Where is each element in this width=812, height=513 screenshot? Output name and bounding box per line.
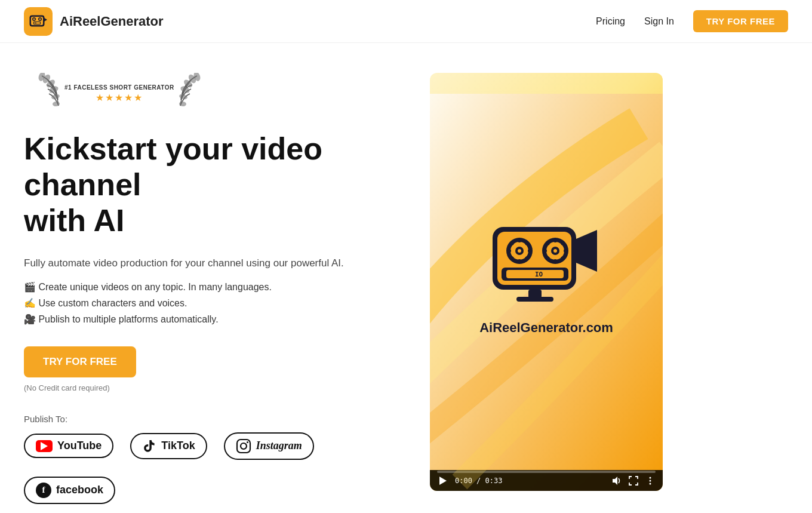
- more-options-button[interactable]: [645, 475, 656, 486]
- platform-logos: YouTube TikTok Instagram: [24, 432, 394, 504]
- feature-item: ✍️ Use custom characters and voices.: [24, 297, 394, 309]
- svg-point-38: [525, 242, 528, 245]
- controls-right: [611, 475, 656, 486]
- instagram-icon: [236, 438, 251, 454]
- svg-marker-60: [613, 477, 617, 485]
- hero-description: Fully automate video production for your…: [24, 255, 394, 271]
- hero-left: #1 FACELESS SHORT GENERATOR ★★★★★ Kickst…: [24, 73, 394, 513]
- svg-point-33: [518, 239, 521, 242]
- feature-list: 🎬 Create unique videos on any topic. In …: [24, 281, 394, 325]
- facebook-icon: f: [36, 483, 51, 498]
- instagram-platform: Instagram: [224, 432, 314, 460]
- volume-icon: [611, 475, 622, 486]
- svg-point-36: [528, 249, 531, 253]
- controls-left: 0:00 / 0:33: [437, 475, 502, 486]
- hero-right: IO AiReelGenerator.com: [430, 73, 663, 491]
- svg-rect-10: [35, 23, 36, 23]
- svg-point-51: [547, 257, 550, 260]
- svg-point-63: [650, 483, 651, 485]
- svg-rect-57: [528, 290, 542, 298]
- award-center: #1 FACELESS SHORT GENERATOR ★★★★★: [60, 84, 179, 103]
- svg-point-16: [53, 101, 60, 106]
- video-inner-content: IO AiReelGenerator.com: [430, 73, 663, 466]
- try-for-free-button-header[interactable]: TRY FOR FREE: [693, 10, 788, 32]
- facebook-platform: f facebook: [24, 477, 115, 504]
- svg-point-34: [518, 259, 521, 263]
- volume-button[interactable]: [611, 475, 622, 486]
- svg-point-44: [553, 249, 557, 253]
- tiktok-icon: [142, 439, 156, 453]
- svg-text:IO: IO: [535, 271, 543, 278]
- progress-bar[interactable]: [437, 471, 656, 473]
- svg-point-15: [51, 93, 60, 100]
- svg-marker-56: [576, 230, 597, 272]
- time-display: 0:00 / 0:33: [455, 477, 502, 485]
- video-controls: 0:00 / 0:33: [430, 466, 663, 491]
- fullscreen-icon: [628, 475, 639, 486]
- logo-area[interactable]: AiReelGenerator: [24, 7, 164, 36]
- svg-point-49: [547, 242, 550, 245]
- feature-item: 🎥 Publish to multiple platforms automati…: [24, 314, 394, 325]
- controls-row: 0:00 / 0:33: [437, 475, 656, 486]
- svg-point-6: [39, 18, 41, 20]
- award-stars: ★★★★★: [64, 92, 174, 103]
- hero-heading: Kickstart your video channel with AI: [24, 131, 394, 238]
- award-title: #1 FACELESS SHORT GENERATOR: [64, 84, 174, 91]
- svg-point-32: [518, 249, 521, 253]
- svg-marker-59: [439, 477, 447, 485]
- svg-point-40: [525, 257, 528, 260]
- svg-point-62: [650, 480, 651, 482]
- laurel-left-icon: [24, 73, 60, 115]
- svg-point-46: [553, 259, 557, 263]
- camera-logo: IO: [481, 203, 612, 311]
- logo-icon: [24, 7, 53, 36]
- fullscreen-button[interactable]: [628, 475, 639, 486]
- publish-section: Publish To: YouTube TikTok: [24, 414, 394, 504]
- svg-point-25: [247, 441, 248, 443]
- svg-point-48: [564, 249, 567, 253]
- play-icon: [437, 475, 448, 486]
- svg-point-5: [33, 18, 35, 20]
- tiktok-label: TikTok: [161, 440, 195, 452]
- laurel-right-icon: [179, 73, 215, 115]
- svg-point-24: [241, 443, 247, 449]
- instagram-label: Instagram: [256, 440, 302, 452]
- svg-rect-23: [237, 440, 250, 453]
- nav: Pricing Sign In TRY FOR FREE: [596, 10, 788, 32]
- youtube-icon: [36, 440, 53, 452]
- svg-point-37: [511, 242, 514, 245]
- svg-point-21: [179, 93, 188, 100]
- feature-item: 🎬 Create unique videos on any topic. In …: [24, 281, 394, 293]
- hero-section: #1 FACELESS SHORT GENERATOR ★★★★★ Kickst…: [0, 43, 812, 513]
- header: AiReelGenerator Pricing Sign In TRY FOR …: [0, 0, 812, 43]
- logo-text: AiReelGenerator: [60, 14, 164, 29]
- svg-point-61: [650, 477, 651, 479]
- award-badge: #1 FACELESS SHORT GENERATOR ★★★★★: [24, 73, 394, 115]
- no-credit-card-text: (No Credit card required): [24, 383, 394, 392]
- svg-point-47: [543, 249, 547, 253]
- svg-point-45: [553, 239, 557, 242]
- svg-point-39: [511, 257, 514, 260]
- try-for-free-button-main[interactable]: TRY FOR FREE: [24, 346, 136, 377]
- svg-rect-58: [516, 297, 553, 302]
- svg-point-35: [508, 249, 511, 253]
- site-name: AiReelGenerator.com: [479, 320, 613, 336]
- pricing-link[interactable]: Pricing: [596, 16, 625, 27]
- more-icon: [645, 475, 656, 486]
- tiktok-platform: TikTok: [130, 433, 207, 459]
- svg-point-22: [179, 101, 186, 106]
- youtube-platform: YouTube: [24, 434, 113, 458]
- youtube-label: YouTube: [57, 440, 102, 452]
- facebook-label: facebook: [56, 484, 103, 496]
- publish-label: Publish To:: [24, 414, 394, 424]
- play-triangle: [41, 442, 48, 450]
- play-button[interactable]: [437, 475, 448, 486]
- svg-point-52: [561, 257, 564, 260]
- video-container[interactable]: IO AiReelGenerator.com: [430, 73, 663, 491]
- svg-point-50: [561, 242, 564, 245]
- signin-link[interactable]: Sign In: [644, 16, 674, 27]
